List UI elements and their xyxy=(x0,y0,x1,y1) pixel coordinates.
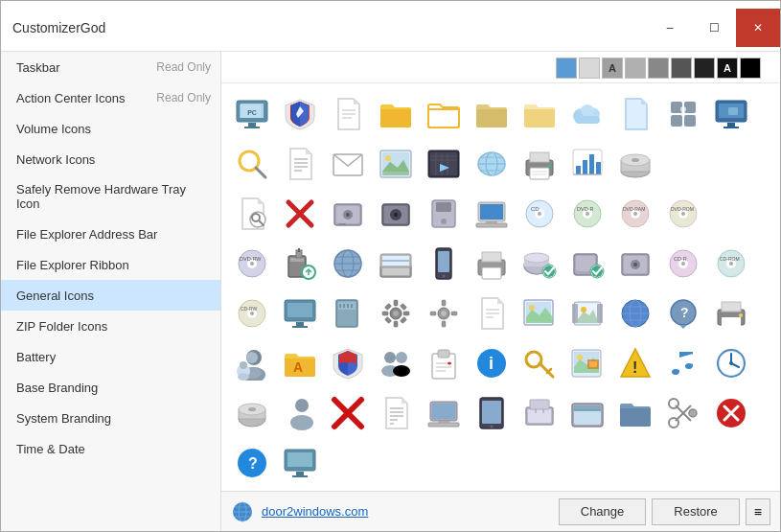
icon-cell[interactable] xyxy=(517,241,563,287)
icon-cell[interactable] xyxy=(373,191,419,237)
sidebar-item-battery[interactable]: Battery xyxy=(1,341,220,372)
icon-cell[interactable] xyxy=(373,390,419,436)
icon-cell[interactable]: i xyxy=(469,340,515,386)
icon-cell[interactable] xyxy=(229,141,275,187)
icon-cell[interactable] xyxy=(421,340,467,386)
icon-cell[interactable] xyxy=(612,290,658,336)
sidebar-item-base-branding[interactable]: Base Branding xyxy=(1,372,220,403)
sidebar-item-safely-remove[interactable]: Safely Remove Hardware Tray Icon xyxy=(1,174,220,219)
icon-cell[interactable] xyxy=(325,191,371,237)
icon-cell[interactable] xyxy=(517,340,563,386)
icon-cell[interactable]: CD-RW xyxy=(229,290,275,336)
icon-cell[interactable] xyxy=(421,141,467,187)
sidebar-item-system-branding[interactable]: System Branding xyxy=(1,403,220,433)
icon-cell[interactable] xyxy=(421,241,467,287)
sidebar-item-taskbar[interactable]: Taskbar Read Only xyxy=(1,52,220,82)
icon-cell[interactable]: ? xyxy=(229,440,275,486)
sidebar-item-zip-folder-icons[interactable]: ZIP Folder Icons xyxy=(1,311,220,341)
icon-cell[interactable] xyxy=(564,340,610,386)
icon-cell[interactable] xyxy=(469,290,515,336)
sidebar-item-network-icons[interactable]: Network Icons xyxy=(1,144,220,174)
icon-cell[interactable] xyxy=(517,390,563,436)
icon-cell[interactable] xyxy=(517,290,563,336)
icon-cell[interactable]: ! xyxy=(612,340,658,386)
icon-cell[interactable] xyxy=(373,141,419,187)
icon-cell[interactable] xyxy=(325,91,371,137)
icon-cell[interactable] xyxy=(421,91,467,137)
swatch-mid2[interactable] xyxy=(648,58,669,79)
icon-cell[interactable] xyxy=(660,390,706,436)
sidebar-item-general-icons[interactable]: General Icons xyxy=(1,280,220,311)
icon-cell[interactable]: A xyxy=(277,340,323,386)
icon-cell[interactable]: CD-R xyxy=(660,241,706,287)
menu-button[interactable]: ≡ xyxy=(746,498,770,525)
sidebar-item-volume-icons[interactable]: Volume Icons xyxy=(1,113,220,144)
icon-cell[interactable] xyxy=(325,390,371,436)
icon-cell[interactable] xyxy=(564,390,610,436)
maximize-button[interactable]: ☐ xyxy=(692,9,736,47)
icon-cell[interactable]: ? xyxy=(660,290,706,336)
sidebar-item-time-date[interactable]: Time & Date xyxy=(1,433,220,464)
icon-cell[interactable] xyxy=(325,241,371,287)
icon-cell[interactable] xyxy=(708,91,754,137)
swatch-dark2[interactable] xyxy=(694,58,715,79)
swatch-light[interactable] xyxy=(579,58,600,79)
swatch-dark1[interactable] xyxy=(671,58,692,79)
icon-cell[interactable]: PC xyxy=(229,91,275,137)
icon-cell[interactable] xyxy=(277,241,323,287)
icon-cell[interactable] xyxy=(469,241,515,287)
icon-cell[interactable] xyxy=(229,191,275,237)
icon-cell[interactable] xyxy=(421,191,467,237)
icon-cell[interactable] xyxy=(708,290,754,336)
icon-cell[interactable] xyxy=(708,340,754,386)
swatch-a-dark[interactable]: A xyxy=(717,58,738,79)
icon-cell[interactable] xyxy=(612,91,658,137)
icon-cell[interactable] xyxy=(708,390,754,436)
icon-cell[interactable] xyxy=(564,241,610,287)
change-button[interactable]: Change xyxy=(559,498,647,525)
icon-cell[interactable]: CD xyxy=(517,191,563,237)
icon-cell[interactable]: DVD-R xyxy=(564,191,610,237)
icon-cell[interactable]: DVD-RAM xyxy=(612,191,658,237)
icon-cell[interactable] xyxy=(564,141,610,187)
icon-cell[interactable] xyxy=(277,191,323,237)
icon-cell[interactable] xyxy=(421,290,467,336)
swatch-black[interactable] xyxy=(740,58,761,79)
sidebar-item-file-explorer-address[interactable]: File Explorer Address Bar xyxy=(1,219,220,249)
icon-cell[interactable] xyxy=(564,91,610,137)
sidebar-item-action-center-icons[interactable]: Action Center Icons Read Only xyxy=(1,82,220,113)
icon-cell[interactable] xyxy=(277,141,323,187)
icon-cell[interactable] xyxy=(564,290,610,336)
icon-cell[interactable] xyxy=(325,340,371,386)
icon-cell[interactable] xyxy=(373,241,419,287)
icon-cell[interactable] xyxy=(277,290,323,336)
icon-cell[interactable] xyxy=(612,241,658,287)
icon-cell[interactable] xyxy=(612,390,658,436)
close-button[interactable]: ✕ xyxy=(736,9,780,47)
icon-cell[interactable] xyxy=(373,91,419,137)
swatch-a-gray[interactable]: A xyxy=(602,58,623,79)
icon-cell[interactable] xyxy=(517,91,563,137)
icon-cell[interactable] xyxy=(229,340,275,386)
icon-cell[interactable]: DVD-ROM xyxy=(660,191,706,237)
sidebar-item-file-explorer-ribbon[interactable]: File Explorer Ribbon xyxy=(1,249,220,280)
swatch-blue[interactable] xyxy=(556,58,577,79)
icon-cell[interactable] xyxy=(277,91,323,137)
minimize-button[interactable]: – xyxy=(648,9,692,47)
icon-cell[interactable] xyxy=(277,440,323,486)
icon-cell[interactable] xyxy=(421,390,467,436)
icon-cell[interactable] xyxy=(325,290,371,336)
icon-cell[interactable]: CD-ROM xyxy=(708,241,754,287)
icon-cell[interactable] xyxy=(660,91,706,137)
swatch-mid1[interactable] xyxy=(625,58,646,79)
icon-cell[interactable] xyxy=(469,141,515,187)
icon-cell[interactable] xyxy=(325,141,371,187)
icon-cell[interactable] xyxy=(277,390,323,436)
icon-cell[interactable] xyxy=(469,91,515,137)
icon-cell[interactable]: DVD-RW xyxy=(229,241,275,287)
icon-cell[interactable] xyxy=(660,340,706,386)
icon-cell[interactable] xyxy=(373,290,419,336)
site-link[interactable]: door2windows.com xyxy=(262,504,368,519)
icon-cell[interactable] xyxy=(469,390,515,436)
icon-cell[interactable] xyxy=(469,191,515,237)
